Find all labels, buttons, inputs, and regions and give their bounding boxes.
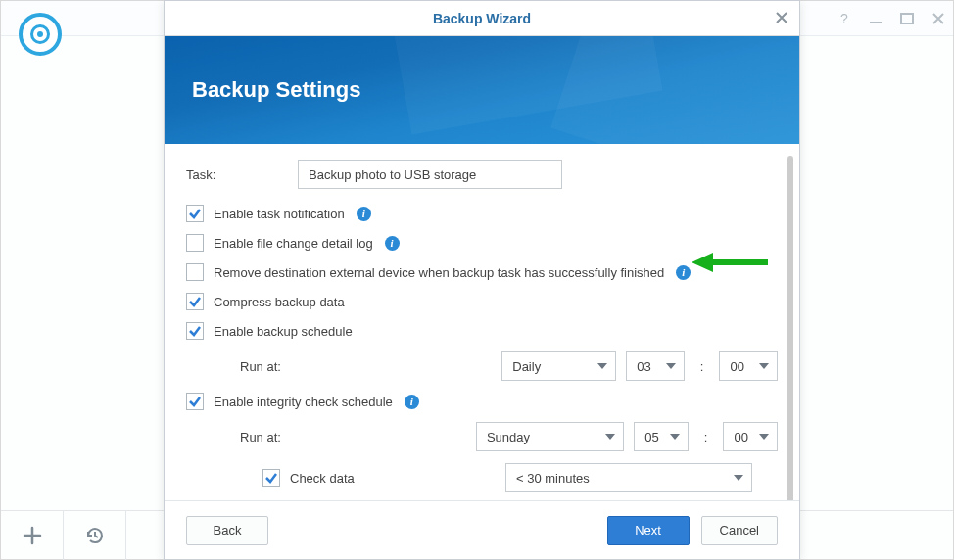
remove-external-device-checkbox[interactable] [186, 263, 204, 281]
compress-backup-checkbox[interactable] [186, 293, 204, 310]
maximize-icon[interactable] [900, 12, 914, 25]
schedule-runat-label: Run at: [240, 359, 492, 374]
enable-file-change-log-checkbox[interactable] [186, 234, 204, 252]
info-icon[interactable]: i [357, 207, 371, 221]
svg-text:?: ? [840, 12, 848, 25]
integrity-hour-select[interactable]: 05 [634, 422, 689, 451]
integrity-runat-label: Run at: [240, 430, 466, 444]
help-icon[interactable]: ? [837, 12, 851, 25]
task-label: Task: [186, 167, 288, 182]
back-button[interactable]: Back [186, 516, 268, 545]
enable-notification-checkbox[interactable] [186, 205, 204, 222]
next-button[interactable]: Next [607, 516, 690, 545]
chevron-down-icon [605, 434, 615, 440]
app-logo-icon [19, 13, 62, 56]
check-data-checkbox[interactable] [262, 469, 280, 487]
dialog-titlebar: Backup Wizard [165, 1, 799, 36]
integrity-day-select[interactable]: Sunday [476, 422, 624, 451]
info-icon[interactable]: i [385, 236, 400, 251]
minimize-icon[interactable] [869, 12, 882, 25]
dialog-header: Backup Settings [165, 36, 799, 144]
dialog-footer: Back Next Cancel [165, 500, 799, 559]
add-button[interactable] [1, 511, 64, 560]
backup-wizard-dialog: Backup Wizard Backup Settings Task: Back… [164, 0, 800, 560]
scrollbar[interactable] [787, 156, 793, 500]
info-icon[interactable]: i [405, 395, 419, 409]
dialog-body: Task: Backup photo to USB storage Enable… [165, 144, 799, 500]
check-data-duration-select[interactable]: < 30 minutes [505, 463, 752, 492]
schedule-frequency-select[interactable]: Daily [501, 351, 616, 381]
history-button[interactable] [64, 511, 126, 560]
info-icon[interactable]: i [676, 265, 691, 280]
dialog-heading: Backup Settings [192, 77, 360, 103]
chevron-down-icon [759, 363, 769, 369]
chevron-down-icon [597, 363, 607, 369]
cancel-button[interactable]: Cancel [701, 516, 778, 545]
chevron-down-icon [734, 475, 743, 481]
task-name-input[interactable]: Backup photo to USB storage [298, 160, 562, 189]
schedule-minute-select[interactable]: 00 [719, 351, 778, 381]
close-icon[interactable] [931, 12, 945, 25]
svg-rect-2 [901, 14, 913, 23]
schedule-hour-select[interactable]: 03 [626, 351, 685, 381]
dialog-title: Backup Wizard [433, 11, 531, 26]
integrity-minute-select[interactable]: 00 [723, 422, 778, 451]
chevron-down-icon [759, 434, 769, 440]
svg-rect-1 [870, 22, 882, 23]
chevron-down-icon [666, 363, 676, 369]
enable-backup-schedule-checkbox[interactable] [186, 322, 204, 340]
enable-integrity-check-checkbox[interactable] [186, 393, 204, 410]
chevron-down-icon [670, 434, 680, 440]
dialog-close-button[interactable] [774, 10, 789, 28]
